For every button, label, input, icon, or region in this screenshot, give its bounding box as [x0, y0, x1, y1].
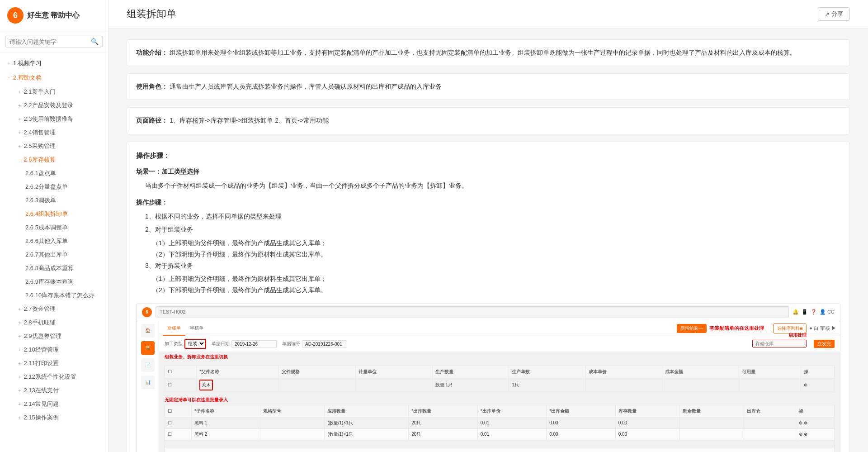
sidebar-item-docs[interactable]: − 2.帮助文档 — [0, 71, 108, 85]
sim-header: 6 TEST-H002 🔔 📱 ❓ 👤 CC — [137, 304, 840, 321]
sidebar-item-mobile[interactable]: + 2.8手机旺铺 — [11, 316, 108, 329]
sidebar-item-purchase[interactable]: + 2.5采购管理 — [11, 139, 108, 153]
sim-tab-new[interactable]: 新建单 — [163, 321, 185, 336]
sidebar-item-install[interactable]: + 2.2产品安装及登录 — [11, 99, 108, 112]
td-cost-price — [585, 378, 662, 392]
sub-td-spec1 — [260, 418, 325, 429]
role-label: 使用角色： — [136, 83, 168, 90]
sidebar-item-faq[interactable]: + 2.14常见问题 — [11, 397, 108, 411]
ops-steps-label: 操作步骤： — [136, 197, 840, 208]
step3-2: （2）下部明细为子件明细，最终作为产成品生成其它入库单。 — [152, 285, 840, 296]
share-icon: ↗ — [825, 11, 830, 18]
td-qty: 数量:1只 — [432, 378, 509, 392]
sim-field-type: 加工类型 组装 拆卸 — [165, 339, 206, 349]
sidebar-item-new[interactable]: + 2.1新手入门 — [11, 85, 108, 99]
sim-tab-review[interactable]: 审核单 — [185, 321, 208, 336]
sidebar-item-fund[interactable]: + 2.7资金管理 — [11, 302, 108, 316]
sim-home-icon: 🏠 — [141, 324, 155, 338]
sidebar-item-print[interactable]: + 2.11打印设置 — [11, 357, 108, 370]
sidebar-item-online[interactable]: + 2.13在线支付 — [11, 384, 108, 397]
role-text: 通常由生产人员或库管人员完成拆装业务的操作，库管人员确认原材料的出库和产成品的入… — [170, 83, 442, 90]
sidebar-item-inv10[interactable]: 2.6.10库存账本错了怎么办 — [18, 289, 108, 302]
share-button[interactable]: ↗ 分享 — [818, 7, 850, 21]
sub-td-name1: 黑料 1 — [191, 418, 260, 429]
sim-annotation4: 无固定清单可以在这里批量录入 — [165, 396, 228, 404]
plus-icon3: + — [18, 103, 21, 108]
sidebar: 6 好生意 帮助中心 🔍 + 1.视频学习 − 2.帮助文档 + 2 — [0, 0, 108, 452]
sub-table-row: ☐ 黑料 2 (数量/1)×1只 20只 0.01 0.00 0.00 — [165, 429, 835, 440]
sim-warehouse-input[interactable] — [752, 340, 807, 347]
plus-icon9: + — [18, 333, 21, 339]
plus-icon10: + — [18, 347, 21, 352]
sub-th-op: 操 — [796, 405, 834, 418]
sim-annotation3: 启用处理 — [788, 331, 807, 339]
nav-section-docs: − 2.帮助文档 + 2.1新手入门 + 2.2产品安装及登录 + 2.3使用前… — [0, 71, 108, 424]
sub-td-op1: ⊕ ⊗ — [796, 418, 834, 429]
sim-nav-icon3: ❓ — [811, 308, 817, 317]
ops-title: 操作步骤： — [136, 149, 840, 162]
sim-add-btn[interactable]: 新增组装— — [677, 324, 707, 333]
sidebar-item-inv3[interactable]: 2.6.3调拨单 — [18, 194, 108, 207]
sim-action-btns: ● 白 审核 ▶ — [809, 324, 836, 333]
plus-icon6: + — [18, 143, 21, 149]
sim-ui: 6 TEST-H002 🔔 📱 ❓ 👤 CC 🏠 — [137, 304, 840, 452]
minus-icon: − — [7, 75, 10, 81]
sub-td-name2: 黑料 2 — [191, 429, 260, 440]
sim-nav-icons: 🔔 📱 ❓ 👤 CC — [793, 308, 835, 317]
sim-annotation2-row: 组装业务、拆卸业务在这里切换 — [159, 352, 840, 362]
sub-td-wh2 — [744, 429, 796, 440]
sidebar-item-prepare[interactable]: + 2.3使用前数据准备 — [11, 112, 108, 126]
td-avail — [739, 378, 801, 392]
top-bar: 组装拆卸单 ↗ 分享 — [108, 0, 868, 29]
th-avail: 可用量 — [739, 366, 801, 378]
sidebar-item-inv2[interactable]: 2.6.2分量盘点单 — [18, 180, 108, 194]
sidebar-item-inv4[interactable]: 2.6.4组装拆卸单 — [18, 207, 108, 221]
sidebar-item-inv1[interactable]: 2.6.1盘点单 — [18, 167, 108, 180]
sub-th-name: *子件名称 — [191, 405, 260, 418]
sim-date-input[interactable] — [231, 340, 277, 348]
sub-th-out-price: *出库单价 — [477, 405, 546, 418]
sub-th-stock-qty: 库存数量 — [615, 405, 679, 418]
sidebar-item-inv8[interactable]: 2.6.8商品成本重算 — [18, 262, 108, 275]
sim-form-area: 加工类型 组装 拆卸 单据日期 — [159, 336, 840, 352]
sub-td-outqty2: 20只 — [409, 429, 477, 440]
sim-confirm-btn[interactable]: 立发完 — [814, 340, 835, 348]
th-spec: 父件规格 — [279, 366, 356, 378]
func-intro-label: 功能介绍： — [136, 49, 168, 56]
sim-number-input[interactable] — [302, 340, 347, 348]
search-input[interactable] — [9, 38, 91, 45]
step3: 3、对于拆装业务 — [145, 260, 840, 271]
search-icon[interactable]: 🔍 — [91, 38, 99, 45]
th-qty: 生产数量 — [432, 366, 509, 378]
sub-td-remain2 — [679, 429, 744, 440]
sim-type-select[interactable]: 组装 拆卸 — [185, 340, 205, 347]
sub-th-out-amount: *出库金额 — [547, 405, 615, 418]
scene1-desc: 当由多个子件材料组装成一个成品的业务为【组装】业务，当由一个父件拆分成多个子产品… — [145, 180, 840, 191]
sidebar-item-operate[interactable]: + 2.10经营管理 — [11, 343, 108, 357]
step3-1: （1）上部明细为父件明细，最终作为原材料生成其它出库单； — [152, 273, 840, 285]
sidebar-item-inv5[interactable]: 2.6.5成本调整单 — [18, 221, 108, 234]
sub-td-op2: ⊕ ⊗ — [796, 429, 834, 440]
sidebar-item-sales[interactable]: + 2.4销售管理 — [11, 126, 108, 139]
sim-nav-icon4: 👤 CC — [820, 308, 835, 317]
plus-icon8: + — [18, 320, 21, 325]
nav-section-video: + 1.视频学习 — [0, 56, 108, 71]
sidebar-item-inventory[interactable]: − 2.6库存核算 — [11, 153, 108, 167]
plus-icon12: + — [18, 374, 21, 380]
sidebar-item-system[interactable]: + 2.12系统个性化设置 — [11, 370, 108, 384]
sim-field-number: 单据编号 — [282, 340, 347, 348]
sub-th-warehouse: 出库仓 — [744, 405, 796, 418]
sidebar-item-inv9[interactable]: 2.6.9库存账本查询 — [18, 275, 108, 289]
sidebar-item-cases[interactable]: + 2.15操作案例 — [11, 411, 108, 424]
sidebar-item-coupon[interactable]: + 2.9优惠券管理 — [11, 329, 108, 343]
sidebar-item-video[interactable]: + 1.视频学习 — [0, 56, 108, 71]
sidebar-item-inv7[interactable]: 2.6.7其他出库单 — [18, 248, 108, 262]
table-row: ☐ 关木 数量:1只 1只 — [165, 378, 835, 392]
sidebar-item-inv6[interactable]: 2.6.6其他入库单 — [18, 234, 108, 248]
sim-address-bar: TEST-H002 — [156, 306, 789, 318]
sub-th-apply-qty: 应用数量 — [325, 405, 409, 418]
sub-td-outprice2: 0.01 — [477, 429, 546, 440]
sub-th-spec: 规格型号 — [260, 405, 325, 418]
plus-icon11: + — [18, 361, 21, 366]
sim-main: 新建单 审核单 新增组装— 有装配清单的在这里处理 选择序列料■ ● 白 审核 … — [159, 321, 840, 452]
